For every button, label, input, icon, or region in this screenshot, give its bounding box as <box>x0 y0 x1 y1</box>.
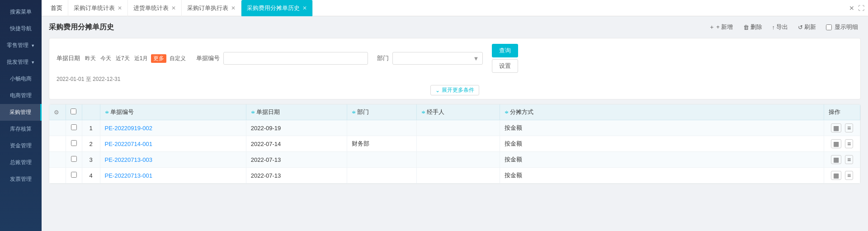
tab-label: 进货单统计表 <box>133 4 169 12</box>
close-icon[interactable]: ✕ <box>231 5 236 11</box>
export-icon: ↑ <box>772 24 775 31</box>
td-dept <box>347 168 416 184</box>
edit-icon[interactable]: ▦ <box>831 123 841 132</box>
td-doc-no: PE-20220919-002 <box>100 120 246 136</box>
td-alloc-method: 按金额 <box>500 136 824 152</box>
doc-no-link[interactable]: PE-20220713-001 <box>105 172 153 179</box>
tab-label: 采购订单统计表 <box>74 4 115 12</box>
edit-icon[interactable]: ▦ <box>831 171 841 180</box>
sidebar-item-ecom[interactable]: 电商管理 <box>0 87 42 104</box>
tab-purchase-order-stat[interactable]: 采购订单统计表 ✕ <box>68 0 128 16</box>
delete-button[interactable]: 🗑 删除 <box>741 22 765 33</box>
settings-button[interactable]: 设置 <box>492 59 518 73</box>
shortcut-1month[interactable]: 近1月 <box>133 54 150 63</box>
doc-no-link[interactable]: PE-20220714-001 <box>105 141 153 147</box>
td-checkbox <box>66 168 82 184</box>
row-checkbox[interactable] <box>71 156 77 162</box>
tab-purchase-cost-history[interactable]: 采购费用分摊单历史 ✕ <box>241 0 313 16</box>
sidebar-item-search[interactable]: 搜索菜单 <box>0 4 42 20</box>
add-button[interactable]: ＋ + 新增 <box>706 22 736 33</box>
chevron-down-icon: ⌄ <box>435 87 440 94</box>
th-doc-no[interactable]: 单据编号 <box>100 104 246 120</box>
td-checkbox <box>66 152 82 168</box>
sidebar-item-invoice[interactable]: 发票管理 <box>0 171 42 188</box>
th-handler[interactable]: 经手人 <box>416 104 500 120</box>
sidebar-item-purchase[interactable]: 采购管理 <box>0 104 42 121</box>
plus-icon: ＋ <box>709 23 715 31</box>
th-alloc-method[interactable]: 分摊方式 <box>500 104 824 120</box>
close-icon[interactable]: ✕ <box>118 5 122 11</box>
sidebar-item-mini-shop[interactable]: 小畅电商 <box>0 71 42 87</box>
td-handler <box>416 168 500 184</box>
table-row: 3 PE-20220713-003 2022-07-13 按金额 ▦ ≡ <box>49 152 860 168</box>
doc-num-input[interactable] <box>223 52 368 65</box>
dept-label: 部门 <box>377 54 389 62</box>
close-icon[interactable]: ✕ <box>171 5 176 11</box>
sidebar-item-label: 小畅电商 <box>2 75 40 83</box>
dept-select[interactable]: ▼ <box>392 52 483 65</box>
date-label: 单据日期 <box>57 54 80 62</box>
sidebar-item-quick-nav[interactable]: 快捷导航 <box>0 20 42 37</box>
chevron-down-icon: ▼ <box>473 55 479 62</box>
th-doc-date[interactable]: 单据日期 <box>246 104 347 120</box>
th-actions: 操作 <box>824 104 860 120</box>
tab-purchase-order-exec[interactable]: 采购订单执行表 ✕ <box>182 0 241 16</box>
td-num: 4 <box>82 168 100 184</box>
td-dept <box>347 120 416 136</box>
doc-no-link[interactable]: PE-20220713-003 <box>105 156 153 163</box>
data-table: ⚙ 单据编号 单据日期 部门 经手人 分摊方式 操作 <box>49 104 860 184</box>
sidebar-item-label: 总账管理 <box>2 159 40 166</box>
gear-icon[interactable]: ⚙ <box>54 109 59 116</box>
tab-bar-actions: ✕ ⛶ <box>849 5 864 12</box>
shortcut-custom[interactable]: 自定义 <box>168 54 187 63</box>
shortcut-yesterday[interactable]: 昨天 <box>84 54 97 63</box>
more-icon[interactable]: ≡ <box>845 171 853 180</box>
more-icon[interactable]: ≡ <box>845 123 853 132</box>
more-icon[interactable]: ≡ <box>845 139 853 148</box>
sidebar-item-label: 搜索菜单 <box>2 8 40 16</box>
close-all-icon[interactable]: ✕ <box>849 5 854 12</box>
td-checkbox <box>66 120 82 136</box>
more-icon[interactable]: ≡ <box>845 155 853 164</box>
maximize-icon[interactable]: ⛶ <box>858 5 864 12</box>
shortcut-more[interactable]: 更多 <box>151 54 166 63</box>
tab-home[interactable]: 首页 <box>45 0 68 16</box>
sidebar-item-retail[interactable]: 零售管理 ▼ <box>0 37 42 54</box>
export-button[interactable]: ↑ 导出 <box>769 22 791 33</box>
sidebar-item-accounting[interactable]: 总账管理 <box>0 154 42 171</box>
sidebar-item-label: 采购管理 <box>2 108 38 116</box>
refresh-icon: ↺ <box>798 24 803 31</box>
shortcut-today[interactable]: 今天 <box>99 54 113 63</box>
td-num: 3 <box>82 152 100 168</box>
search-button[interactable]: 查询 <box>492 44 518 57</box>
doc-num-field: 单据编号 <box>196 52 368 65</box>
td-doc-date: 2022-07-13 <box>246 168 347 184</box>
td-handler <box>416 120 500 136</box>
edit-icon[interactable]: ▦ <box>831 155 841 164</box>
table-row: 4 PE-20220713-001 2022-07-13 按金额 ▦ ≡ <box>49 168 860 184</box>
th-dept[interactable]: 部门 <box>347 104 416 120</box>
th-checkbox <box>66 104 82 120</box>
doc-no-link[interactable]: PE-20220919-002 <box>105 125 153 132</box>
row-checkbox[interactable] <box>71 172 77 178</box>
date-shortcuts: 昨天 今天 近7天 近1月 更多 自定义 <box>84 54 187 63</box>
shortcut-7days[interactable]: 近7天 <box>114 54 131 63</box>
show-detail-checkbox[interactable] <box>826 24 832 30</box>
edit-icon[interactable]: ▦ <box>831 139 841 148</box>
sidebar-item-wholesale[interactable]: 批发管理 ▼ <box>0 54 42 71</box>
show-detail-button[interactable]: 显示明细 <box>823 22 861 33</box>
sidebar-item-label: 资金管理 <box>2 142 40 150</box>
td-alloc-method: 按金额 <box>500 168 824 184</box>
close-icon[interactable]: ✕ <box>302 5 307 11</box>
td-dept <box>347 152 416 168</box>
tab-purchase-in-stat[interactable]: 进货单统计表 ✕ <box>128 0 182 16</box>
td-settings <box>49 152 66 168</box>
sidebar-item-finance[interactable]: 资金管理 <box>0 137 42 154</box>
row-checkbox[interactable] <box>71 124 77 130</box>
td-checkbox <box>66 136 82 152</box>
refresh-button[interactable]: ↺ 刷新 <box>795 22 819 33</box>
expand-conditions-button[interactable]: ⌄ 展开更多条件 <box>430 85 479 95</box>
sidebar-item-inventory[interactable]: 库存核算 <box>0 121 42 137</box>
row-checkbox[interactable] <box>71 140 77 146</box>
select-all-checkbox[interactable] <box>71 108 76 114</box>
